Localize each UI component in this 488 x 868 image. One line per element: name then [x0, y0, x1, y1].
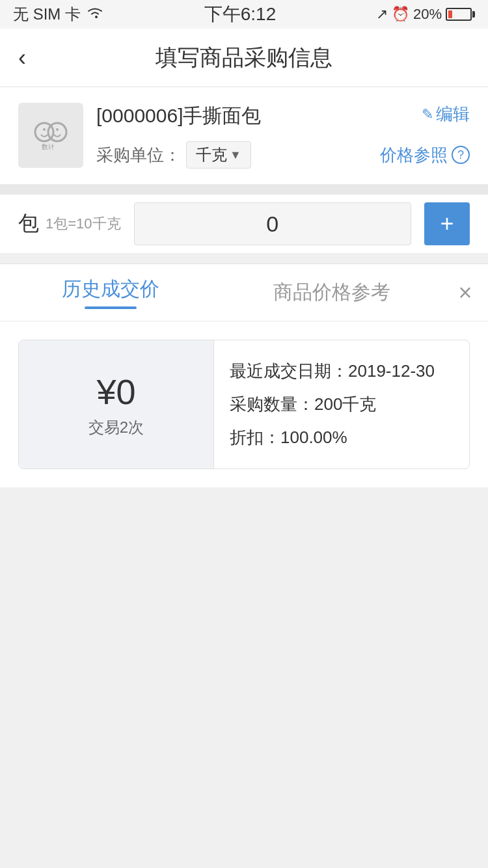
unit-value: 千克: [196, 144, 227, 165]
product-info: [0000006]手撕面包 ✎ 编辑 采购单位： 千克 ▼ 价格参照: [96, 103, 470, 169]
tabs-row: 历史成交价 商品价格参考 ×: [0, 264, 488, 321]
qty-input[interactable]: 0: [134, 202, 411, 245]
qty-unit-label: 包 1包=10千克: [18, 210, 121, 238]
price-amount: ¥0: [96, 372, 135, 412]
main-content: 历史成交价 商品价格参考 × ¥0 交易2次: [0, 264, 488, 784]
price-ref-label: 价格参照: [380, 144, 448, 167]
product-title-row: [0000006]手撕面包 ✎ 编辑: [96, 103, 470, 129]
edit-button[interactable]: ✎ 编辑: [422, 103, 470, 126]
status-right: ↗ ⏰ 20%: [376, 6, 475, 23]
tab-close-button[interactable]: ×: [442, 264, 488, 321]
location-icon: ↗: [376, 6, 388, 23]
currency-symbol: ¥: [96, 372, 116, 411]
trade-count: 交易2次: [88, 417, 144, 438]
price-card-area: ¥0 交易2次 最近成交日期：2019-12-30 采购数量：200千克 折扣：…: [0, 321, 488, 487]
bottom-panel: 历史成交价 商品价格参考 × ¥0 交易2次: [0, 264, 488, 487]
product-thumbnail: 数计: [18, 103, 83, 168]
purchase-qty-label: 采购数量：: [230, 394, 314, 414]
alarm-icon: ⏰: [392, 6, 409, 23]
latest-date-line: 最近成交日期：2019-12-30: [230, 359, 454, 384]
latest-date-label: 最近成交日期：: [230, 361, 348, 381]
tab-history-label: 历史成交价: [62, 276, 159, 303]
unit-label: 采购单位： 千克 ▼: [96, 141, 251, 169]
discount-line: 折扣：100.00%: [230, 425, 454, 450]
purchase-qty-value: 200千克: [314, 394, 376, 414]
quantity-row: 包 1包=10千克 0 +: [0, 195, 488, 253]
purchase-qty-line: 采购数量：200千克: [230, 392, 454, 417]
tab-history-price[interactable]: 历史成交价: [0, 264, 221, 321]
unit-label-text: 采购单位：: [96, 144, 181, 167]
price-card-left: ¥0 交易2次: [19, 340, 214, 468]
tab-price-ref-label: 商品价格参考: [273, 279, 390, 306]
unit-selector[interactable]: 千克 ▼: [186, 141, 251, 169]
qty-value: 0: [266, 211, 278, 237]
dropdown-arrow-icon: ▼: [230, 148, 241, 162]
svg-point-1: [48, 123, 66, 141]
svg-point-3: [56, 128, 59, 131]
nav-bar: ‹ 填写商品采购信息: [0, 29, 488, 87]
qty-plus-button[interactable]: +: [424, 202, 470, 245]
edit-icon: ✎: [422, 106, 433, 123]
svg-text:数计: 数计: [42, 143, 55, 150]
plus-icon: +: [440, 210, 454, 237]
battery-icon: [446, 8, 475, 21]
back-button[interactable]: ‹: [18, 44, 26, 72]
status-left: 无 SIM 卡: [13, 4, 104, 25]
discount-label: 折扣：: [230, 427, 280, 447]
wifi-icon: [86, 5, 104, 23]
product-card: 数计 [0000006]手撕面包 ✎ 编辑 采购单位： 千克 ▼: [0, 87, 488, 184]
status-bar: 无 SIM 卡 下午6:12 ↗ ⏰ 20%: [0, 0, 488, 29]
status-time: 下午6:12: [204, 2, 277, 27]
help-icon: ?: [452, 146, 470, 164]
section-divider: [0, 184, 488, 195]
price-card-right: 最近成交日期：2019-12-30 采购数量：200千克 折扣：100.00%: [214, 340, 469, 468]
price-reference-button[interactable]: 价格参照 ?: [380, 144, 470, 167]
discount-value: 100.00%: [280, 427, 347, 447]
tab-price-reference[interactable]: 商品价格参考: [221, 264, 442, 321]
product-name: [0000006]手撕面包: [96, 103, 261, 129]
qty-unit-sub: 1包=10千克: [46, 214, 121, 234]
price-card: ¥0 交易2次 最近成交日期：2019-12-30 采购数量：200千克 折扣：…: [18, 340, 470, 469]
page-title: 填写商品采购信息: [156, 43, 332, 73]
product-header: 数计 [0000006]手撕面包 ✎ 编辑 采购单位： 千克 ▼: [18, 103, 470, 169]
purchase-unit-row: 采购单位： 千克 ▼ 价格参照 ?: [96, 141, 470, 169]
carrier-text: 无 SIM 卡: [13, 4, 81, 25]
latest-date-value: 2019-12-30: [348, 361, 435, 381]
edit-label: 编辑: [436, 103, 470, 126]
svg-point-2: [43, 128, 46, 131]
qty-unit-main: 包: [18, 210, 39, 238]
tab-active-underline: [85, 306, 137, 309]
price-value: 0: [116, 372, 136, 411]
battery-percent: 20%: [413, 6, 442, 23]
close-icon: ×: [458, 279, 472, 306]
